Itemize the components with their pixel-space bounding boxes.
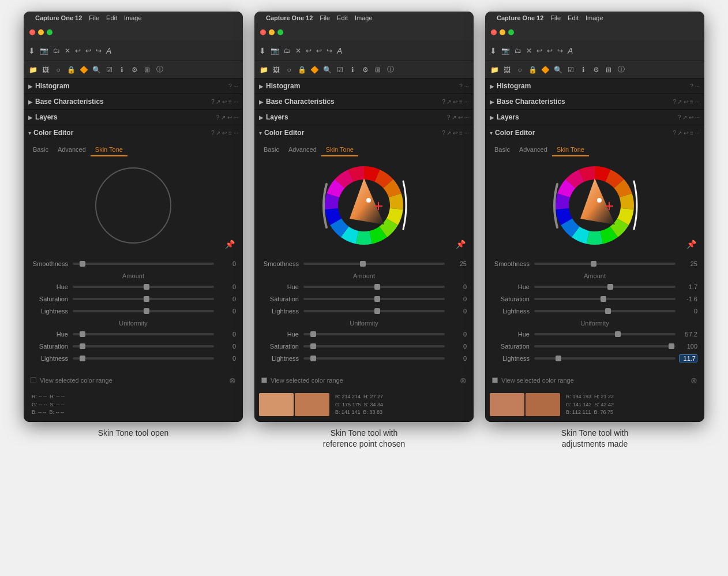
browse-icon[interactable]: 🗂 (53, 47, 60, 55)
uniformity-hue-track[interactable] (534, 333, 676, 335)
undo-icon[interactable]: ↩ (306, 47, 312, 55)
reference-point[interactable] (366, 198, 371, 203)
camera-icon[interactable]: 📷 (501, 47, 510, 55)
uniformity-lightness-track[interactable] (73, 357, 214, 360)
tab-advanced[interactable]: Advanced (53, 144, 91, 156)
color-icon[interactable]: 🔶 (310, 66, 319, 74)
amount-hue-track[interactable] (534, 286, 676, 288)
tab-basic[interactable]: Basic (259, 144, 284, 156)
color-editor-header[interactable]: ▾ Color Editor ? ↗ ↩ ≡ ··· (254, 125, 474, 140)
layers-header[interactable]: ▶ Layers ? ↗ ↩ ··· (254, 110, 474, 125)
view-range-checkbox[interactable] (261, 377, 267, 383)
smoothness-thumb[interactable] (80, 261, 85, 267)
camera-icon[interactable]: 📷 (271, 47, 279, 55)
amount-lightness-track[interactable] (534, 310, 676, 312)
uniformity-lightness-thumb[interactable] (310, 356, 316, 361)
reference-point[interactable] (597, 198, 602, 203)
pin-icon[interactable]: 📌 (225, 240, 235, 249)
lock-icon[interactable]: 🔒 (297, 66, 306, 74)
amount-saturation-track[interactable] (534, 298, 676, 300)
undo-icon[interactable]: ↩ (536, 47, 542, 55)
folder-icon[interactable]: 📁 (259, 66, 268, 74)
close-icon[interactable]: ✕ (65, 47, 70, 55)
undo-icon[interactable]: ↩ (75, 47, 81, 55)
folder-icon[interactable]: 📁 (490, 66, 499, 74)
color-icon[interactable]: 🔶 (541, 66, 550, 74)
search-icon[interactable]: 🔍 (322, 66, 332, 74)
group-icon[interactable]: ⊞ (142, 66, 152, 74)
amount-hue-track[interactable] (303, 286, 445, 288)
close-button[interactable] (29, 29, 35, 35)
uniformity-saturation-track[interactable] (303, 345, 445, 347)
close-button[interactable] (260, 29, 266, 35)
redo-icon[interactable]: ↪ (327, 47, 332, 55)
close-icon[interactable]: ✕ (295, 47, 301, 55)
uniformity-hue-track[interactable] (303, 333, 445, 335)
download-icon[interactable]: ⬇ (490, 46, 497, 55)
histogram-header[interactable]: ▶ Histogram ? ··· (485, 78, 704, 93)
gear-icon[interactable]: ⚙ (361, 66, 370, 74)
uniformity-saturation-thumb[interactable] (310, 343, 316, 349)
uniformity-hue-thumb[interactable] (615, 331, 621, 337)
close-button[interactable] (491, 29, 497, 35)
amount-hue-thumb[interactable] (144, 284, 149, 290)
base-characteristics-header[interactable]: ▶ Base Characteristics ? ↗ ↩ ≡ ··· (254, 94, 474, 109)
minimize-button[interactable] (38, 29, 44, 35)
pin-icon[interactable]: 📌 (456, 240, 466, 249)
uniformity-lightness-thumb[interactable] (80, 356, 85, 361)
browse-icon[interactable]: 🗂 (515, 47, 521, 55)
menu-item-file[interactable]: File (89, 14, 99, 21)
view-range-icon[interactable]: ⊗ (691, 376, 697, 385)
gear-icon[interactable]: ⚙ (591, 66, 601, 74)
layers-header[interactable]: ▶ Layers ? ↗ ↩ ··· (485, 110, 704, 125)
undo2-icon[interactable]: ↩ (316, 47, 322, 55)
download-icon[interactable]: ⬇ (259, 46, 266, 55)
redo-icon[interactable]: ↪ (96, 47, 102, 55)
smoothness-track[interactable] (303, 263, 445, 265)
folder-icon[interactable]: 📁 (28, 66, 37, 74)
image-icon[interactable]: 🖼 (272, 66, 281, 74)
tab-advanced[interactable]: Advanced (515, 144, 552, 156)
redo-icon[interactable]: ↪ (557, 47, 563, 55)
amount-saturation-track[interactable] (303, 298, 445, 300)
lock-icon[interactable]: 🔒 (528, 66, 537, 74)
circle-icon[interactable]: ○ (515, 66, 524, 74)
tab-skin-tone[interactable]: Skin Tone (321, 144, 358, 156)
browse-icon[interactable]: 🗂 (284, 47, 291, 55)
maximize-button[interactable] (47, 29, 52, 35)
base-characteristics-header[interactable]: ▶ Base Characteristics ? ↗ ↩ ≡ ··· (485, 94, 704, 109)
close-icon[interactable]: ✕ (526, 47, 532, 55)
amount-saturation-thumb[interactable] (144, 296, 149, 302)
uniformity-hue-thumb[interactable] (80, 331, 85, 337)
circle-icon[interactable]: ○ (54, 66, 63, 74)
color-icon[interactable]: 🔶 (79, 66, 88, 74)
amount-hue-thumb[interactable] (374, 284, 380, 290)
uniformity-saturation-thumb[interactable] (80, 343, 85, 349)
view-range-checkbox[interactable] (31, 377, 36, 383)
minimize-button[interactable] (500, 29, 505, 35)
amount-hue-track[interactable] (73, 286, 214, 288)
tab-advanced[interactable]: Advanced (284, 144, 321, 156)
camera-icon[interactable]: 📷 (40, 47, 48, 55)
text-icon[interactable]: A (106, 46, 111, 55)
tab-basic[interactable]: Basic (28, 144, 53, 156)
menu-item-edit[interactable]: Edit (106, 14, 117, 21)
view-range-checkbox[interactable] (492, 377, 498, 383)
minimize-button[interactable] (269, 29, 275, 35)
amount-saturation-thumb[interactable] (601, 296, 606, 302)
uniformity-lightness-track[interactable] (303, 357, 445, 360)
image-icon[interactable]: 🖼 (41, 66, 50, 74)
maximize-button[interactable] (277, 29, 283, 35)
smoothness-thumb[interactable] (591, 261, 596, 267)
text-icon[interactable]: A (568, 46, 573, 55)
amount-saturation-thumb[interactable] (374, 296, 380, 302)
image-icon[interactable]: 🖼 (502, 66, 512, 74)
amount-lightness-thumb[interactable] (374, 308, 380, 314)
view-range-icon[interactable]: ⊗ (229, 376, 236, 385)
histogram-header[interactable]: ▶ Histogram ? ··· (24, 78, 243, 93)
maximize-button[interactable] (508, 29, 514, 35)
menu-item-image[interactable]: Image (124, 14, 142, 21)
undo2-icon[interactable]: ↩ (547, 47, 553, 55)
amount-lightness-track[interactable] (303, 310, 445, 312)
tab-skin-tone[interactable]: Skin Tone (91, 144, 127, 156)
